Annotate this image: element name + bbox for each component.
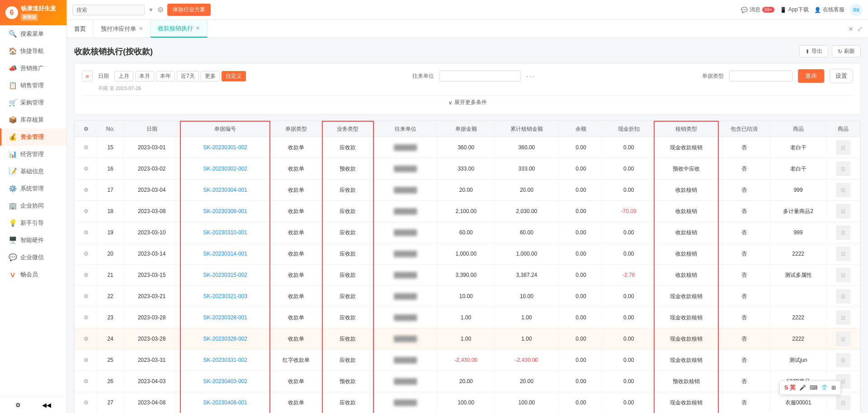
doc-num-link[interactable]: SK-20230304-001 xyxy=(203,187,247,193)
td-no: 24 xyxy=(98,328,123,350)
td-biz-type: 应收款 xyxy=(322,222,373,243)
td-total-writeoff: 10.00 xyxy=(495,286,558,307)
tab-payable-close-icon[interactable]: ✕ xyxy=(139,26,143,32)
doc-num-link[interactable]: SK-20230403-002 xyxy=(203,378,247,385)
tab-payable[interactable]: 预付冲应付单 ✕ xyxy=(94,20,151,38)
td-partner: ██████ xyxy=(373,222,437,243)
td-goods: 老白干 xyxy=(770,158,826,180)
doc-num-link[interactable]: SK-20230301-002 xyxy=(203,144,247,151)
td-goods: 多计量商品2 xyxy=(770,201,826,222)
td-settings[interactable]: ⚙ xyxy=(75,180,98,201)
td-include-settled: 否 xyxy=(718,371,770,392)
partner-dots-icon[interactable]: ··· xyxy=(526,71,536,81)
topbar-app-download[interactable]: 📱 App下载 xyxy=(780,6,809,14)
date-more-button[interactable]: 更多 xyxy=(201,71,220,81)
sidebar-item-finance[interactable]: 💰 资金管理 xyxy=(0,128,66,146)
solution-button[interactable]: 体验行业方案 xyxy=(167,4,211,16)
date-this-year-button[interactable]: 本年 xyxy=(156,71,175,81)
th-doc-type: 单据类型 xyxy=(270,121,322,137)
td-include-settled: 否 xyxy=(718,328,770,350)
sidebar-item-wechat[interactable]: 💬 企业微信 xyxy=(0,249,66,266)
sidebar-item-purchase[interactable]: 🛒 采购管理 xyxy=(0,94,66,111)
tab-home[interactable]: 首页 xyxy=(67,20,94,38)
sidebar-item-system[interactable]: ⚙️ 系统管理 xyxy=(0,180,66,197)
sidebar-item-hardware[interactable]: 🖥️ 智能硬件 xyxy=(0,232,66,249)
partner-value: ██████ xyxy=(394,378,417,385)
td-settings[interactable]: ⚙ xyxy=(75,201,98,222)
date-range-display: 不限 至 2023-07-26 xyxy=(98,85,853,92)
td-include-settled: 否 xyxy=(718,350,770,371)
td-settings[interactable]: ⚙ xyxy=(75,222,98,243)
query-button[interactable]: 查询 xyxy=(798,69,824,83)
filter-expand-button[interactable]: » xyxy=(82,71,93,81)
sidebar-collapse-button[interactable]: ◀◀ xyxy=(42,402,51,408)
user-avatar[interactable]: Rit xyxy=(850,4,863,16)
table-row: ⚙ 17 2023-03-04 SK-20230304-001 收款单 应收款 … xyxy=(75,180,860,201)
tab-close-all-icon[interactable]: ✕ xyxy=(848,25,854,33)
doc-num-link[interactable]: SK-20230308-001 xyxy=(203,208,247,214)
tab-expand-icon[interactable]: ⤢ xyxy=(857,25,863,33)
td-writeoff-type: 现金收款核销 xyxy=(654,392,718,413)
ime-shirt-icon[interactable]: 👕 xyxy=(821,385,828,391)
partner-value: ██████ xyxy=(394,336,417,342)
doc-num-link[interactable]: SK-20230328-001 xyxy=(203,314,247,321)
ime-mic-icon[interactable]: 🎤 xyxy=(799,385,806,391)
doc-num-link[interactable]: SK-20230302-002 xyxy=(203,166,247,172)
sidebar-item-sales[interactable]: 📋 销售管理 xyxy=(0,77,66,94)
sidebar-item-inventory[interactable]: 📦 库存核算 xyxy=(0,111,66,128)
date-custom-button[interactable]: 自定义 xyxy=(222,71,246,81)
sidebar-item-operations[interactable]: 📊 经营管理 xyxy=(0,146,66,163)
topbar-messages[interactable]: 💬 消息 99+ xyxy=(741,6,774,14)
td-settings[interactable]: ⚙ xyxy=(75,286,98,307)
doc-num-link[interactable]: SK-20230310-001 xyxy=(203,229,247,236)
partner-filter-input[interactable] xyxy=(439,71,521,81)
dropdown-arrow-icon[interactable]: ▼ xyxy=(148,7,154,13)
refresh-button[interactable]: ↻ 刷新 xyxy=(832,45,861,57)
td-settings[interactable]: ⚙ xyxy=(75,158,98,180)
expand-more-button[interactable]: ∨ 展开更多条件 xyxy=(82,95,853,109)
td-settings[interactable]: ⚙ xyxy=(75,243,98,265)
doc-type-filter-select[interactable] xyxy=(729,71,793,81)
td-settings[interactable]: ⚙ xyxy=(75,371,98,392)
tab-writeoff[interactable]: 收款核销执行 ✕ xyxy=(151,20,208,38)
doc-num-link[interactable]: SK-20230314-001 xyxy=(203,251,247,257)
doc-num-link[interactable]: SK-20230331-002 xyxy=(203,357,247,363)
sidebar-settings-button[interactable]: ⚙ xyxy=(15,402,21,408)
date-7days-button[interactable]: 近7天 xyxy=(177,71,199,81)
td-date: 2023-03-21 xyxy=(123,286,180,307)
filter-settings-button[interactable]: 设置 xyxy=(830,69,853,83)
topbar-search-input[interactable] xyxy=(72,5,145,15)
date-this-month-button[interactable]: 本月 xyxy=(135,71,154,81)
sidebar-item-marketing[interactable]: 📣 营销推广 xyxy=(0,60,66,77)
td-date: 2023-03-01 xyxy=(123,137,180,158)
td-partner: ██████ xyxy=(373,137,437,158)
sidebar-item-corp[interactable]: 🏢 企业协同 xyxy=(0,197,66,214)
doc-num-link[interactable]: SK-20230321-003 xyxy=(203,293,247,299)
sidebar-item-search[interactable]: 🔍 搜索菜单 xyxy=(0,25,66,43)
sidebar-item-basic[interactable]: 📝 基础信息 xyxy=(0,163,66,180)
td-settings[interactable]: ⚙ xyxy=(75,137,98,158)
sidebar-item-quicknav[interactable]: 🏠 快捷导航 xyxy=(0,43,66,60)
topbar-service[interactable]: 👤 在线客服 xyxy=(814,6,844,14)
topbar-gear-icon[interactable]: ⚙ xyxy=(157,5,164,14)
th-settings[interactable]: ⚙ xyxy=(75,121,98,137)
td-no: 26 xyxy=(98,371,123,392)
partner-filter-label: 往来单位 xyxy=(412,72,434,80)
td-settings[interactable]: ⚙ xyxy=(75,265,98,286)
ime-keyboard-icon[interactable]: ⌨ xyxy=(810,385,817,391)
doc-num-link[interactable]: SK-20230315-002 xyxy=(203,272,247,278)
sidebar-item-member[interactable]: V 畅会员 xyxy=(0,266,66,283)
sidebar-item-guide[interactable]: 💡 新手引导 xyxy=(0,214,66,232)
doc-num-link[interactable]: SK-20230408-001 xyxy=(203,399,247,406)
ime-grid-icon[interactable]: ⊞ xyxy=(831,385,836,391)
tab-writeoff-close-icon[interactable]: ✕ xyxy=(196,25,200,31)
table-row: ⚙ 25 2023-03-31 SK-20230331-002 红字收款单 应收… xyxy=(75,350,860,371)
date-last-month-button[interactable]: 上月 xyxy=(114,71,133,81)
td-settings[interactable]: ⚙ xyxy=(75,350,98,371)
doc-num-link[interactable]: SK-20230328-002 xyxy=(203,336,247,342)
td-settings[interactable]: ⚙ xyxy=(75,392,98,413)
export-button[interactable]: ⬆ 导出 xyxy=(799,45,828,57)
td-settings[interactable]: ⚙ xyxy=(75,307,98,328)
td-settings[interactable]: ⚙ xyxy=(75,328,98,350)
td-doc-num: SK-20230314-001 xyxy=(180,243,270,265)
